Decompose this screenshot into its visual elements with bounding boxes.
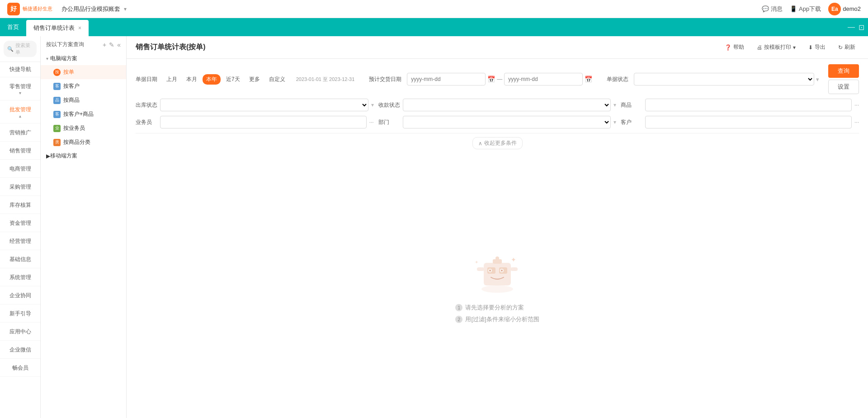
main-layout: 🔍 搜索菜单 快捷导航 零售管理 ▾ 批发管理 ▴ 营销推广 销售管理 电商管理… <box>0 36 868 418</box>
date-more-btn[interactable]: 更多 <box>245 74 264 85</box>
print-button[interactable]: 🖨 按模板打印 ▾ <box>753 42 799 53</box>
date-7days-btn[interactable]: 近7天 <box>222 74 244 85</box>
sidebar-item-inventory[interactable]: 库存核算 <box>0 196 40 214</box>
tab-bar-right: — ⊡ <box>848 23 864 32</box>
scheme-by-salesperson[interactable]: 业 按业务员 <box>41 121 126 135</box>
sidebar-item-base[interactable]: 基础信息 <box>0 250 40 268</box>
export-button[interactable]: ⬇ 导出 <box>805 42 829 53</box>
goods-more-btn[interactable]: ··· <box>854 102 859 108</box>
payment-status-dropdown-icon[interactable]: ▾ <box>613 102 616 108</box>
date-custom-btn[interactable]: 自定义 <box>265 74 289 85</box>
date-label: 单据日期 <box>136 76 157 83</box>
calendar-end-icon[interactable]: 📅 <box>585 76 592 83</box>
salesperson-field: 业务员 ··· <box>136 116 374 128</box>
payment-status-select[interactable] <box>403 99 611 111</box>
panel-header-label: 按以下方案查询 <box>46 41 84 48</box>
tab-home[interactable]: 首页 <box>0 18 26 36</box>
scheme-by-salesperson-icon: 业 <box>53 125 61 132</box>
expected-date-end[interactable] <box>504 73 583 86</box>
tip-num-2: 2 <box>455 316 462 323</box>
sidebar-item-appstore[interactable]: 应用中心 <box>0 323 40 341</box>
help-button[interactable]: ❓ 帮助 <box>721 42 748 53</box>
svg-text:✦: ✦ <box>511 256 516 263</box>
sidebar-item-finance[interactable]: 资金管理 <box>0 214 40 232</box>
empty-state: ✦ ✦ 1 请先选择要分析的方案 2 用[过滤]条件来缩小分析范围 <box>127 158 868 418</box>
scheme-by-customer[interactable]: 客 按客户 <box>41 79 126 93</box>
salesperson-input[interactable] <box>160 116 367 128</box>
tab-sales-order[interactable]: 销售订单统计表 × <box>26 20 89 36</box>
pc-group-title[interactable]: ▾ 电脑端方案 <box>41 52 126 65</box>
sidebar-item-operations[interactable]: 经营管理 <box>0 232 40 250</box>
sidebar-item-system[interactable]: 系统管理 <box>0 268 40 286</box>
dept-select[interactable] <box>403 116 611 128</box>
tab-close-icon[interactable]: × <box>78 25 81 31</box>
refresh-button[interactable]: ↻ 刷新 <box>835 42 859 53</box>
calendar-start-icon[interactable]: 📅 <box>487 76 495 83</box>
customer-input[interactable] <box>645 116 852 128</box>
logo-icon: 好 <box>7 3 20 15</box>
collapse-btn[interactable]: ∧ 收起更多条件 <box>472 137 523 149</box>
scheme-by-customer-icon: 客 <box>53 83 61 90</box>
mobile-group-title[interactable]: ▶ 移动端方案 <box>41 149 126 162</box>
date-prev-month-btn[interactable]: 上月 <box>163 74 181 85</box>
payment-status-field: 收款状态 ▾ <box>378 99 617 111</box>
scheme-by-cust-prod[interactable]: 客 按客户+商品 <box>41 107 126 121</box>
panel-add-btn[interactable]: + <box>103 41 106 48</box>
sidebar-item-quick-nav[interactable]: 快捷导航 <box>0 62 40 77</box>
user-avatar: Ea <box>828 3 841 15</box>
sidebar-item-guide[interactable]: 新手引导 <box>0 304 40 323</box>
svg-point-0 <box>481 285 513 293</box>
svg-point-6 <box>489 270 491 271</box>
sidebar-item-member[interactable]: 畅会员 <box>0 359 40 377</box>
sidebar-search-input[interactable]: 🔍 搜索菜单 <box>4 41 37 57</box>
pc-scheme-group: ▾ 电脑端方案 按 按单 客 按客户 品 按商品 客 按客户+商品 <box>41 52 126 149</box>
user-area[interactable]: Ea demo2 <box>828 3 861 15</box>
sidebar-item-wholesale[interactable]: 批发管理 ▴ <box>0 100 40 124</box>
tab-maximize-icon[interactable]: ⊡ <box>859 23 864 32</box>
scheme-by-category[interactable]: 类 按商品分类 <box>41 135 126 149</box>
pc-group-label: 电脑端方案 <box>50 55 77 62</box>
mobile-group-arrow: ▶ <box>46 153 50 159</box>
sidebar-item-cooperation[interactable]: 企业协同 <box>0 286 40 304</box>
message-button[interactable]: 💬 消息 <box>762 5 783 13</box>
salesperson-more-btn[interactable]: ··· <box>369 119 374 125</box>
panel-header-actions: + ✎ « <box>103 41 121 48</box>
status-dropdown-icon[interactable]: ▾ <box>816 76 819 83</box>
sidebar-item-marketing[interactable]: 营销推广 <box>0 124 40 142</box>
scheme-by-order[interactable]: 按 按单 <box>41 65 126 79</box>
date-this-year-btn[interactable]: 本年 <box>203 74 221 85</box>
help-icon: ❓ <box>725 44 731 51</box>
delivery-status-dropdown-icon[interactable]: ▾ <box>371 102 374 108</box>
app-download-icon: 📱 <box>790 5 797 12</box>
sidebar-search-area[interactable]: 🔍 搜索菜单 <box>0 36 40 62</box>
panel-collapse-btn[interactable]: « <box>117 41 121 48</box>
sidebar-item-wechat[interactable]: 企业微信 <box>0 341 40 359</box>
query-button[interactable]: 查询 <box>828 64 859 78</box>
date-this-month-btn[interactable]: 本月 <box>183 74 201 85</box>
scheme-by-product[interactable]: 品 按商品 <box>41 93 126 107</box>
panel-edit-btn[interactable]: ✎ <box>109 41 114 48</box>
customer-more-btn[interactable]: ··· <box>854 119 859 125</box>
delivery-status-select[interactable] <box>160 99 368 111</box>
top-bar-right: 💬 消息 📱 App下载 Ea demo2 <box>762 3 861 15</box>
dept-dropdown-icon[interactable]: ▾ <box>613 119 616 125</box>
filter-area: 单据日期 上月 本月 本年 近7天 更多 自定义 2023-01-01 至 20… <box>127 59 868 158</box>
app-title: 办公用品行业模拟账套 <box>61 5 120 13</box>
tab-minimize-icon[interactable]: — <box>848 23 855 32</box>
sidebar-item-ecommerce[interactable]: 电商管理 <box>0 160 40 178</box>
sidebar-item-purchase[interactable]: 采购管理 <box>0 178 40 196</box>
status-select[interactable] <box>634 73 814 86</box>
right-main: 销售订单统计表(按单) ❓ 帮助 🖨 按模板打印 ▾ ⬇ <box>127 36 868 418</box>
expected-date-start[interactable] <box>407 73 486 86</box>
dept-label: 部门 <box>378 119 400 126</box>
settings-button[interactable]: 设置 <box>828 80 859 94</box>
sidebar-item-sales[interactable]: 销售管理 <box>0 142 40 160</box>
app-title-dropdown-icon[interactable]: ▾ <box>124 6 127 12</box>
collapse-bar: ∧ 收起更多条件 <box>136 133 859 153</box>
salesperson-label: 业务员 <box>136 119 157 126</box>
app-download-button[interactable]: 📱 App下载 <box>790 5 821 13</box>
goods-input[interactable] <box>645 99 852 111</box>
sidebar-item-retail[interactable]: 零售管理 ▾ <box>0 77 40 100</box>
expected-date-label: 预计交货日期 <box>369 76 401 83</box>
empty-tips: 1 请先选择要分析的方案 2 用[过滤]条件来缩小分析范围 <box>455 304 539 327</box>
